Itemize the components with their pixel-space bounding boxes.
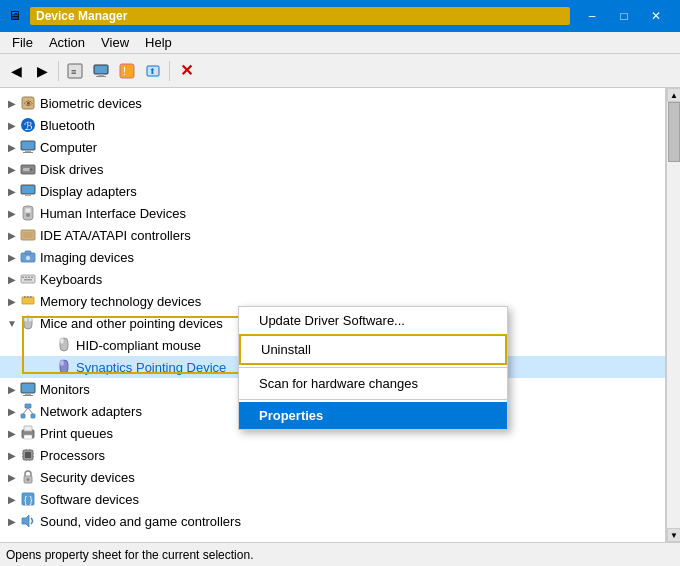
svg-rect-65	[29, 449, 30, 450]
svg-rect-56	[24, 426, 32, 431]
menu-view[interactable]: View	[93, 33, 137, 52]
icon-hid-mouse	[56, 337, 72, 353]
tree-item-software[interactable]: ▶ { } Software devices	[0, 488, 665, 510]
menu-help[interactable]: Help	[137, 33, 180, 52]
menu-file[interactable]: File	[4, 33, 41, 52]
svg-rect-66	[26, 460, 27, 461]
expand-computer: ▶	[4, 139, 20, 155]
scroll-track[interactable]	[667, 102, 680, 528]
svg-rect-57	[24, 435, 32, 439]
toolbar-scan[interactable]: !	[115, 59, 139, 83]
toolbar: ◀ ▶ ≡ ! ⬆ ✕	[0, 54, 680, 88]
svg-rect-61	[22, 456, 23, 457]
svg-point-28	[26, 256, 31, 261]
app-icon: 🖥	[8, 8, 24, 24]
svg-rect-36	[24, 296, 26, 298]
expand-mice: ▼	[4, 315, 20, 331]
tree-item-security[interactable]: ▶ Security devices	[0, 466, 665, 488]
tree-item-sound[interactable]: ▶ Sound, video and game controllers	[0, 510, 665, 532]
context-scan[interactable]: Scan for hardware changes	[239, 370, 507, 397]
icon-ide	[20, 227, 36, 243]
svg-line-53	[23, 408, 28, 414]
context-uninstall[interactable]: Uninstall	[239, 334, 507, 365]
svg-rect-30	[22, 277, 24, 279]
svg-rect-59	[25, 452, 31, 458]
tree-item-bluetooth[interactable]: ▶ ℬ Bluetooth	[0, 114, 665, 136]
toolbar-back[interactable]: ◀	[4, 59, 28, 83]
tree-item-computer[interactable]: ▶ Computer	[0, 136, 665, 158]
toolbar-properties[interactable]: ≡	[63, 59, 87, 83]
icon-print	[20, 425, 36, 441]
expand-biometric: ▶	[4, 95, 20, 111]
svg-text:!: !	[123, 65, 126, 77]
device-tree[interactable]: ▶ 👁 Biometric devices ▶ ℬ Bluetooth ▶ Co…	[0, 88, 666, 542]
label-synaptics: Synaptics Pointing Device	[76, 360, 226, 375]
scroll-down[interactable]: ▼	[667, 528, 680, 542]
context-separator	[239, 367, 507, 368]
svg-text:⬆: ⬆	[149, 67, 156, 76]
svg-rect-31	[25, 277, 27, 279]
svg-rect-49	[23, 395, 33, 396]
tree-item-processors[interactable]: ▶ Processors	[0, 444, 665, 466]
svg-rect-51	[21, 414, 25, 418]
label-bluetooth: Bluetooth	[40, 118, 95, 133]
window-title: Device Manager	[30, 7, 570, 25]
expand-software: ▶	[4, 491, 20, 507]
svg-rect-33	[31, 277, 33, 279]
svg-rect-35	[22, 297, 34, 304]
tree-item-imaging[interactable]: ▶ Imaging devices	[0, 246, 665, 268]
statusbar: Opens property sheet for the current sel…	[0, 542, 680, 566]
icon-mice	[20, 315, 36, 331]
label-ide: IDE ATA/ATAPI controllers	[40, 228, 191, 243]
svg-rect-19	[21, 185, 35, 194]
minimize-button[interactable]: –	[576, 0, 608, 32]
expand-sound: ▶	[4, 513, 20, 529]
svg-rect-3	[98, 74, 104, 76]
status-text: Opens property sheet for the current sel…	[6, 548, 253, 562]
label-computer: Computer	[40, 140, 97, 155]
scrollbar[interactable]: ▲ ▼	[666, 88, 680, 542]
label-software: Software devices	[40, 492, 139, 507]
maximize-button[interactable]: □	[608, 0, 640, 32]
svg-rect-47	[21, 383, 35, 393]
svg-line-54	[28, 408, 33, 414]
tree-item-display[interactable]: ▶ Display adapters	[0, 180, 665, 202]
icon-imaging	[20, 249, 36, 265]
expand-synaptics	[40, 359, 56, 375]
titlebar: 🖥 Device Manager – □ ✕	[0, 0, 680, 32]
expand-hid: ▶	[4, 205, 20, 221]
svg-rect-38	[30, 296, 32, 298]
svg-rect-48	[25, 393, 31, 395]
expand-display: ▶	[4, 183, 20, 199]
icon-hid	[20, 205, 36, 221]
svg-rect-4	[96, 76, 106, 77]
tree-item-ide[interactable]: ▶ IDE ATA/ATAPI controllers	[0, 224, 665, 246]
svg-rect-22	[25, 208, 31, 213]
svg-marker-72	[22, 515, 29, 527]
tree-item-hid[interactable]: ▶ Human Interface Devices	[0, 202, 665, 224]
toolbar-forward[interactable]: ▶	[30, 59, 54, 83]
toolbar-delete[interactable]: ✕	[174, 59, 198, 83]
tree-item-biometric[interactable]: ▶ 👁 Biometric devices	[0, 92, 665, 114]
svg-text:👁: 👁	[24, 99, 33, 109]
toolbar-separator-1	[58, 61, 59, 81]
label-network: Network adapters	[40, 404, 142, 419]
context-properties[interactable]: Properties	[239, 402, 507, 429]
icon-bluetooth: ℬ	[20, 117, 36, 133]
tree-item-keyboards[interactable]: ▶ Keyboards	[0, 268, 665, 290]
toolbar-update[interactable]: ⬆	[141, 59, 165, 83]
svg-rect-20	[25, 194, 31, 196]
menu-action[interactable]: Action	[41, 33, 93, 52]
context-update[interactable]: Update Driver Software...	[239, 307, 507, 334]
label-memory: Memory technology devices	[40, 294, 201, 309]
svg-rect-64	[26, 449, 27, 450]
toolbar-computer[interactable]	[89, 59, 113, 83]
menubar: File Action View Help	[0, 32, 680, 54]
scroll-thumb[interactable]	[668, 102, 680, 162]
tree-item-disk[interactable]: ▶ Disk drives	[0, 158, 665, 180]
scroll-up[interactable]: ▲	[667, 88, 680, 102]
svg-rect-62	[33, 453, 34, 454]
label-monitors: Monitors	[40, 382, 90, 397]
svg-rect-15	[23, 152, 33, 153]
close-button[interactable]: ✕	[640, 0, 672, 32]
